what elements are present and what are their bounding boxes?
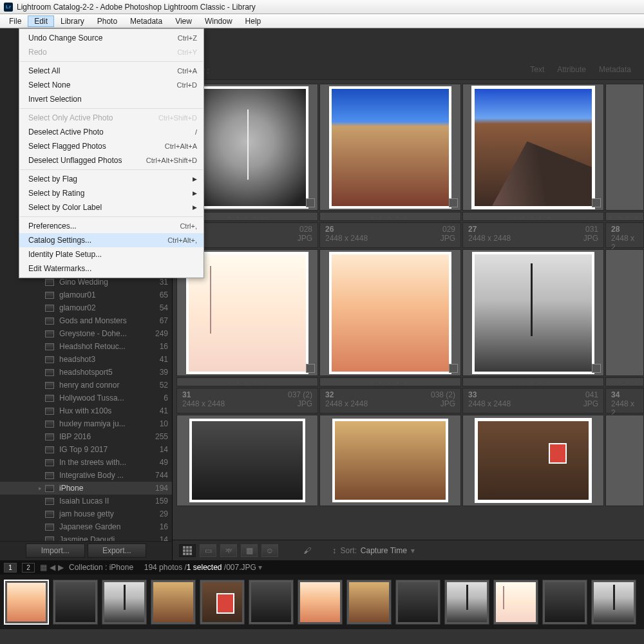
filmstrip-thumb[interactable]	[542, 580, 587, 625]
thumbnail-grid[interactable]: . . . . .. . . . .. . . . .. . . . .2448…	[173, 80, 644, 540]
grid-cell[interactable]	[462, 84, 604, 211]
menu-item-select-by-color-label[interactable]: Select by Color Label▶	[19, 200, 204, 214]
menu-item-edit-watermarks-[interactable]: Edit Watermarks...	[19, 261, 204, 276]
grid-cell[interactable]	[462, 415, 604, 506]
collection-item[interactable]: ▸Integrative Body ...744	[0, 469, 172, 482]
filmstrip-thumb[interactable]	[591, 580, 636, 625]
menu-file[interactable]: File	[3, 15, 28, 27]
collection-item[interactable]: ▸Isaiah Lucas II159	[0, 495, 172, 507]
filmstrip-thumb[interactable]	[151, 580, 196, 625]
grid-cell[interactable]	[319, 415, 461, 506]
collection-item[interactable]: ▸huxley mamiya ju...10	[0, 417, 172, 430]
menu-window[interactable]: Window	[198, 15, 239, 27]
loupe-view-button[interactable]: ▭	[200, 544, 216, 557]
menu-library[interactable]: Library	[54, 15, 91, 27]
collection-item[interactable]: ▸henry and connor52	[0, 379, 172, 392]
grid-cell[interactable]	[605, 84, 644, 211]
library-filter-bar[interactable]: ry Filter : Text Attribute Metadata	[173, 28, 644, 80]
menu-item-select-all[interactable]: Select AllCtrl+A	[19, 64, 204, 78]
filmstrip-thumb[interactable]	[298, 580, 343, 625]
status-dropdown-icon[interactable]: ▾	[258, 563, 262, 572]
collection-item[interactable]: ▸iPhone194	[0, 482, 172, 495]
collection-item[interactable]: ▸Gods and Monsters67	[0, 314, 172, 327]
grid-cell[interactable]	[605, 249, 644, 376]
menu-item-undo-change-source[interactable]: Undo Change SourceCtrl+Z	[19, 31, 204, 45]
menu-item-invert-selection[interactable]: Invert Selection	[19, 92, 204, 106]
page-2[interactable]: 2	[22, 563, 35, 573]
collection-item[interactable]: ▸headshot341	[0, 353, 172, 366]
grid-cell[interactable]	[605, 415, 644, 506]
sort-value[interactable]: Capture Time	[361, 546, 407, 555]
export-button[interactable]: Export...	[88, 544, 147, 558]
filmstrip-thumb[interactable]	[444, 580, 489, 625]
collection-item[interactable]: ▸IBP 2016255	[0, 430, 172, 443]
menu-item-preferences-[interactable]: Preferences...Ctrl+,	[19, 219, 204, 233]
filmstrip-thumb[interactable]	[102, 580, 147, 625]
grid-cell[interactable]	[176, 415, 318, 506]
import-button[interactable]: Import...	[26, 544, 85, 558]
filmstrip-thumb[interactable]	[4, 580, 49, 625]
collection-item[interactable]: ▸Hux with x100s41	[0, 404, 172, 417]
menu-item-deselect-unflagged-photos[interactable]: Deselect Unflagged PhotosCtrl+Alt+Shift+…	[19, 153, 204, 167]
flag-icon[interactable]	[449, 364, 458, 373]
menu-item-catalog-settings-[interactable]: Catalog Settings...Ctrl+Alt+,	[19, 233, 204, 247]
collection-item[interactable]: ▸Greystone - Dohe...249	[0, 327, 172, 340]
menu-edit[interactable]: Edit	[28, 15, 54, 27]
filmstrip-thumb[interactable]	[200, 580, 245, 625]
collection-item[interactable]: ▸In the streets with...49	[0, 456, 172, 469]
nav-forward-icon[interactable]: ▶	[58, 563, 64, 572]
flag-icon[interactable]	[592, 364, 601, 373]
filter-metadata[interactable]: Metadata	[592, 64, 638, 75]
flag-icon[interactable]	[306, 364, 315, 373]
menu-item-deselect-active-photo[interactable]: Deselect Active Photo/	[19, 125, 204, 139]
filmstrip-thumb[interactable]	[53, 580, 98, 625]
grid-toolbar[interactable]: ▭ X|Y ▦ ☺ 🖌 ↕ Sort: Capture Time ▾	[173, 540, 644, 560]
sort-az-icon[interactable]: ↕	[332, 545, 337, 555]
menubar[interactable]: FileEditLibraryPhotoMetadataViewWindowHe…	[0, 14, 644, 28]
filter-text[interactable]: Text	[524, 64, 551, 75]
filmstrip-thumb[interactable]	[346, 580, 392, 625]
flag-icon[interactable]	[306, 198, 315, 207]
collection-item[interactable]: ▸headshotsport539	[0, 366, 172, 379]
nav-back-icon[interactable]: ◀	[50, 563, 55, 572]
menu-item-select-by-flag[interactable]: Select by Flag▶	[19, 172, 204, 186]
compare-view-button[interactable]: X|Y	[220, 544, 237, 557]
menu-metadata[interactable]: Metadata	[124, 15, 169, 27]
grid-view-button[interactable]	[179, 544, 196, 557]
painter-tool-button[interactable]: 🖌	[299, 544, 316, 557]
filmstrip[interactable]	[0, 574, 644, 629]
people-view-button[interactable]: ☺	[261, 544, 278, 557]
flag-icon[interactable]	[592, 198, 601, 207]
sort-label: Sort:	[341, 546, 357, 555]
sort-dropdown-icon[interactable]: ▾	[411, 546, 415, 555]
filmstrip-thumb[interactable]	[395, 580, 440, 625]
page-1[interactable]: 1	[4, 563, 17, 573]
filmstrip-nav[interactable]: ▦ ◀ ▶	[40, 563, 64, 572]
collection-item[interactable]: ▸IG Top 9 201714	[0, 443, 172, 456]
filmstrip-thumb[interactable]	[249, 580, 294, 625]
grid-cell[interactable]	[319, 84, 461, 211]
collection-item[interactable]: ▸Jasmine Daoudi14	[0, 533, 172, 541]
collection-item[interactable]: ▸Japanese Garden16	[0, 520, 172, 533]
collections-list[interactable]: ▸Gino Wedding31▸glamour0165▸glamour0254▸…	[0, 276, 172, 541]
grid-cell[interactable]	[319, 249, 461, 376]
menu-view[interactable]: View	[169, 15, 198, 27]
collection-item[interactable]: ▸glamour0254	[0, 301, 172, 314]
filter-attribute[interactable]: Attribute	[551, 64, 592, 75]
grid-cell[interactable]	[462, 249, 604, 376]
collection-item[interactable]: ▸Headshot Retouc...16	[0, 340, 172, 353]
collection-item[interactable]: ▸jam house getty29	[0, 507, 172, 520]
edit-menu-dropdown[interactable]: Undo Change SourceCtrl+ZRedoCtrl+YSelect…	[19, 28, 204, 278]
menu-photo[interactable]: Photo	[91, 15, 124, 27]
collection-item[interactable]: ▸Hollywood Tussa...6	[0, 392, 172, 404]
filmstrip-thumb[interactable]	[493, 580, 538, 625]
menu-item-identity-plate-setup-[interactable]: Identity Plate Setup...	[19, 247, 204, 261]
menu-item-select-flagged-photos[interactable]: Select Flagged PhotosCtrl+Alt+A	[19, 139, 204, 153]
menu-help[interactable]: Help	[239, 15, 268, 27]
menu-item-select-none[interactable]: Select NoneCtrl+D	[19, 78, 204, 92]
menu-item-select-by-rating[interactable]: Select by Rating▶	[19, 186, 204, 200]
flag-icon[interactable]	[449, 198, 458, 207]
collection-item[interactable]: ▸glamour0165	[0, 289, 172, 301]
survey-view-button[interactable]: ▦	[241, 544, 258, 557]
grid-icon[interactable]: ▦	[40, 563, 47, 572]
